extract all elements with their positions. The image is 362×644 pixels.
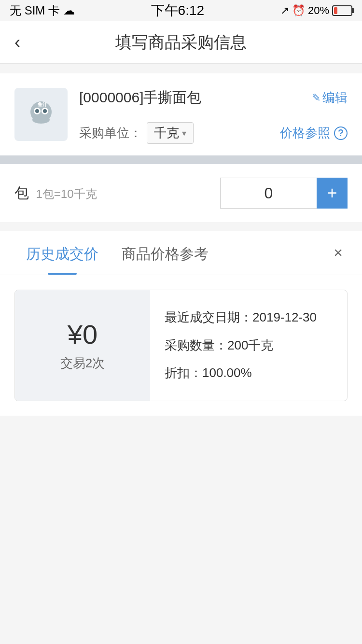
edit-icon: ✎ xyxy=(312,92,320,104)
package-hint: 1包=10千克 xyxy=(36,187,97,200)
quantity-value: 200千克 xyxy=(227,338,273,352)
battery-percent: 20% xyxy=(308,4,329,17)
battery-icon xyxy=(332,5,352,16)
unit-select[interactable]: 千克 ▾ xyxy=(147,122,194,144)
tabs-container: 历史成交价 商品价格参考 × xyxy=(0,231,362,275)
edit-button[interactable]: ✎ 编辑 xyxy=(312,89,348,106)
date-value: 2019-12-30 xyxy=(252,310,317,324)
quantity-increase-button[interactable]: + xyxy=(317,178,348,209)
page-title: 填写商品采购信息 xyxy=(115,31,247,54)
transaction-card: ¥0 交易2次 最近成交日期：2019-12-30 采购数量：200千克 折扣：… xyxy=(14,290,348,401)
transaction-price: ¥0 xyxy=(68,319,97,350)
unit-row-left: 采购单位： 千克 ▾ xyxy=(79,122,194,144)
product-image-icon: 鲁汁 xyxy=(24,98,58,131)
transaction-details: 最近成交日期：2019-12-30 采购数量：200千克 折扣：100.00% xyxy=(150,290,347,401)
quantity-label-group: 包 1包=10千克 xyxy=(14,183,97,203)
svg-point-3 xyxy=(35,109,39,113)
svg-point-5 xyxy=(32,116,50,124)
tab-product-price[interactable]: 商品价格参考 xyxy=(110,231,220,275)
discount-value: 100.00% xyxy=(202,365,252,380)
back-button[interactable]: ‹ xyxy=(14,32,20,53)
tab-history-price[interactable]: 历史成交价 xyxy=(14,231,110,275)
product-name: [0000006]手撕面包 xyxy=(79,88,201,108)
edit-label: 编辑 xyxy=(322,89,348,106)
info-icon: ? xyxy=(334,126,348,140)
transaction-date: 最近成交日期：2019-12-30 xyxy=(165,308,333,328)
unit-value: 千克 xyxy=(154,125,179,141)
tabs-list: 历史成交价 商品价格参考 xyxy=(14,231,220,275)
status-time: 下午6:12 xyxy=(151,1,205,20)
transaction-discount: 折扣：100.00% xyxy=(165,363,333,383)
status-left: 无 SIM 卡 ☁ xyxy=(10,3,75,18)
content-area: ¥0 交易2次 最近成交日期：2019-12-30 采购数量：200千克 折扣：… xyxy=(0,275,362,613)
quantity-label: 采购数量： xyxy=(165,338,227,352)
product-id: [0000006] xyxy=(79,89,143,105)
svg-point-4 xyxy=(43,109,47,113)
quantity-control: + xyxy=(220,178,348,209)
status-bar: 无 SIM 卡 ☁ 下午6:12 ↗ ⏰ 20% xyxy=(0,0,362,21)
location-icon: ↗ xyxy=(280,4,289,17)
product-image: 鲁汁 xyxy=(14,88,68,141)
alarm-icon: ⏰ xyxy=(292,4,305,17)
section-divider xyxy=(0,155,362,164)
svg-text:鲁汁: 鲁汁 xyxy=(38,102,48,107)
tab-product-price-label: 商品价格参考 xyxy=(122,246,209,262)
quantity-input[interactable] xyxy=(220,178,317,209)
tab-close-button[interactable]: × xyxy=(329,239,348,266)
quantity-row: 包 1包=10千克 + xyxy=(0,164,362,222)
status-right: ↗ ⏰ 20% xyxy=(280,4,352,17)
product-info: [0000006]手撕面包 ✎ 编辑 采购单位： 千克 ▾ 价格参照 ? xyxy=(79,88,348,144)
nav-bar: ‹ 填写商品采购信息 xyxy=(0,21,362,64)
transaction-quantity: 采购数量：200千克 xyxy=(165,336,333,356)
product-card: 鲁汁 [0000006]手撕面包 ✎ 编辑 采购单位： 千克 ▾ 价格参照 ? xyxy=(0,73,362,155)
sim-label: 无 SIM 卡 ☁ xyxy=(10,3,75,18)
price-ref-button[interactable]: 价格参照 ? xyxy=(280,125,348,141)
unit-label: 采购单位： xyxy=(79,125,142,141)
transaction-summary: ¥0 交易2次 xyxy=(15,290,150,401)
chevron-down-icon: ▾ xyxy=(182,128,186,139)
package-label: 包 xyxy=(14,185,29,201)
transaction-count: 交易2次 xyxy=(60,355,105,372)
transaction-section: ¥0 交易2次 最近成交日期：2019-12-30 采购数量：200千克 折扣：… xyxy=(0,275,362,416)
price-ref-label: 价格参照 xyxy=(280,125,330,141)
discount-label: 折扣： xyxy=(165,365,202,380)
tab-history-price-label: 历史成交价 xyxy=(26,246,98,262)
date-label: 最近成交日期： xyxy=(165,310,252,324)
product-title: 手撕面包 xyxy=(143,89,201,105)
